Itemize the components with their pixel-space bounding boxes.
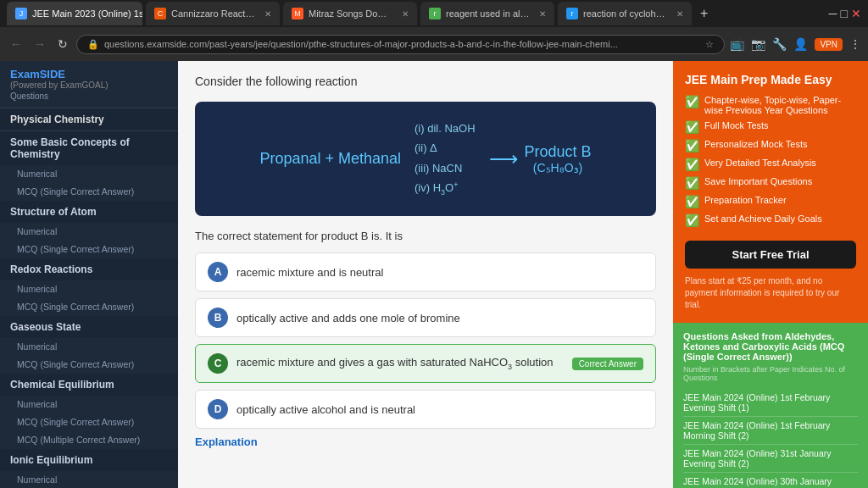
browser-chrome: J JEE Main 2023 (Online) 1st Feb... ✕ C … bbox=[0, 0, 868, 61]
site-header: ExamSIDE (Powered by ExamGOAL) Questions bbox=[0, 61, 178, 108]
option-d-letter: D bbox=[208, 399, 228, 419]
check-icon-3: ✅ bbox=[685, 139, 699, 152]
option-c[interactable]: C racemic mixture and gives a gas with s… bbox=[195, 344, 656, 383]
reaction-arrow: ⟶ bbox=[489, 147, 518, 171]
option-a[interactable]: A racemic mixture and is neutral bbox=[195, 252, 656, 291]
check-icon-1: ✅ bbox=[685, 95, 699, 108]
sidebar-item-atom-numerical[interactable]: Numerical bbox=[0, 223, 178, 241]
minimize-button[interactable]: ─ bbox=[829, 7, 837, 20]
reaction-conditions: (i) dil. NaOH (ii) Δ (iii) NaCN (iv) H3O… bbox=[415, 119, 476, 199]
extension-icon[interactable]: 🔧 bbox=[772, 37, 787, 51]
tab-3[interactable]: M Mitraz Songs Download - Free Onli... ✕ bbox=[283, 2, 417, 25]
option-b-letter: B bbox=[208, 308, 228, 328]
profile-icon[interactable]: 👤 bbox=[793, 37, 808, 51]
sidebar-item-basic-mcq[interactable]: MCQ (Single Correct Answer) bbox=[0, 183, 178, 201]
sidebar-item-chem-eq-mcq[interactable]: MCQ (Single Correct Answer) bbox=[0, 413, 178, 431]
tab-3-close[interactable]: ✕ bbox=[402, 9, 409, 19]
sidebar-item-ionic-numerical[interactable]: Numerical bbox=[0, 471, 178, 488]
question-link-1[interactable]: JEE Main 2024 (Online) 1st February Even… bbox=[683, 389, 858, 417]
prep-item-7: ✅ Set and Achieve Daily Goals bbox=[685, 214, 856, 227]
nav-icons: 📺 📷 🔧 👤 VPN ⋮ bbox=[730, 37, 861, 51]
main-container: ExamSIDE (Powered by ExamGOAL) Questions… bbox=[0, 61, 868, 488]
tab-1-label: JEE Main 2023 (Online) 1st Feb... bbox=[32, 8, 142, 19]
reactants-label: Propanal + Methanal bbox=[259, 150, 401, 168]
screenshot-icon[interactable]: 📷 bbox=[751, 37, 765, 51]
sidebar-item-chem-eq-mcq-multi[interactable]: MCQ (Multiple Correct Answer) bbox=[0, 431, 178, 449]
url-text: questions.examside.com/past-years/jee/qu… bbox=[104, 39, 700, 49]
tab-5-close[interactable]: ✕ bbox=[676, 9, 683, 19]
tab-3-label: Mitraz Songs Download - Free Onli... bbox=[309, 8, 393, 19]
forward-button[interactable]: → bbox=[31, 34, 49, 54]
correct-answer-badge: Correct Answer bbox=[572, 358, 643, 370]
close-window-button[interactable]: ✕ bbox=[851, 7, 861, 20]
option-d[interactable]: D optically active alcohol and is neutra… bbox=[195, 390, 656, 429]
sidebar-category-basic-concepts[interactable]: Some Basic Concepts of Chemistry bbox=[0, 131, 178, 165]
address-bar[interactable]: 🔒 questions.examside.com/past-years/jee/… bbox=[76, 35, 725, 54]
tab-2[interactable]: C Cannizzaro Reaction - Mechanism, I ✕ bbox=[146, 2, 280, 25]
prep-item-1: ✅ Chapter-wise, Topic-wise, Paper-wise P… bbox=[685, 95, 856, 115]
question-link-3[interactable]: JEE Main 2024 (Online) 31st January Even… bbox=[683, 445, 858, 473]
sidebar-item-redox-numerical[interactable]: Numerical bbox=[0, 280, 178, 298]
sidebar-category-gaseous[interactable]: Gaseous State bbox=[0, 316, 178, 338]
option-d-text: optically active alcohol and is neutral bbox=[236, 403, 643, 416]
site-name: ExamSIDE bbox=[10, 68, 168, 80]
tab-4-close[interactable]: ✕ bbox=[539, 9, 546, 19]
tab-4[interactable]: r reagent used in aldol condensation ✕ bbox=[420, 2, 554, 25]
question-link-2[interactable]: JEE Main 2024 (Online) 1st February Morn… bbox=[683, 417, 858, 445]
questions-card: Questions Asked from Aldehydes, Ketones … bbox=[673, 323, 868, 488]
explanation-link[interactable]: Explanation bbox=[195, 435, 656, 448]
vpn-button[interactable]: VPN bbox=[815, 38, 843, 51]
new-tab-button[interactable]: + bbox=[695, 6, 713, 21]
tab-4-label: reagent used in aldol condensation bbox=[446, 8, 531, 19]
option-b[interactable]: B optically active and adds one mole of … bbox=[195, 298, 656, 337]
tab-2-label: Cannizzaro Reaction - Mechanism, I bbox=[171, 8, 256, 19]
tab-2-close[interactable]: ✕ bbox=[264, 9, 271, 19]
start-free-trial-button[interactable]: Start Free Trial bbox=[685, 241, 856, 269]
check-icon-7: ✅ bbox=[685, 214, 699, 227]
question-link-4[interactable]: JEE Main 2024 (Online) 30th January Even… bbox=[683, 473, 858, 488]
sidebar-category-structure-atom[interactable]: Structure of Atom bbox=[0, 201, 178, 223]
prep-item-2: ✅ Full Mock Tests bbox=[685, 120, 856, 134]
sidebar-item-chem-eq-numerical[interactable]: Numerical bbox=[0, 396, 178, 413]
sidebar-category-chemical-equilibrium[interactable]: Chemical Equilibrium bbox=[0, 374, 178, 396]
questions-card-subtitle: Number in Brackets after Paper Indicates… bbox=[683, 365, 858, 382]
cast-icon[interactable]: 📺 bbox=[730, 37, 744, 51]
tab-5-label: reaction of cyclohexanone with Dil h bbox=[583, 8, 668, 19]
prep-item-5: ✅ Save Important Questions bbox=[685, 176, 856, 190]
sidebar-item-gaseous-numerical[interactable]: Numerical bbox=[0, 338, 178, 356]
prep-item-3-text: Personalized Mock Tests bbox=[704, 139, 807, 149]
sidebar-item-gaseous-mcq[interactable]: MCQ (Single Correct Answer) bbox=[0, 356, 178, 374]
check-icon-5: ✅ bbox=[685, 176, 699, 190]
tab-bar: J JEE Main 2023 (Online) 1st Feb... ✕ C … bbox=[0, 0, 868, 27]
site-tagline: (Powered by ExamGOAL) bbox=[10, 80, 168, 90]
product-label: Product B bbox=[525, 143, 592, 161]
sidebar-category-redox[interactable]: Redox Reactions bbox=[0, 258, 178, 280]
check-icon-4: ✅ bbox=[685, 158, 699, 171]
lock-icon: 🔒 bbox=[87, 39, 99, 50]
sidebar-item-redox-mcq[interactable]: MCQ (Single Correct Answer) bbox=[0, 298, 178, 316]
prep-item-1-text: Chapter-wise, Topic-wise, Paper-wise Pre… bbox=[704, 95, 856, 115]
sidebar-item-basic-numerical[interactable]: Numerical bbox=[0, 165, 178, 183]
tab-5[interactable]: r reaction of cyclohexanone with Dil h ✕ bbox=[558, 2, 692, 25]
content-area: Consider the following reaction Propanal… bbox=[178, 61, 673, 488]
condition-4: (iv) H3O+ bbox=[415, 178, 476, 199]
maximize-button[interactable]: □ bbox=[841, 7, 848, 20]
option-b-text: optically active and adds one mole of br… bbox=[236, 312, 643, 324]
prep-item-5-text: Save Important Questions bbox=[704, 176, 812, 186]
star-icon[interactable]: ☆ bbox=[705, 39, 714, 50]
back-button[interactable]: ← bbox=[7, 34, 25, 54]
prep-item-6-text: Preparation Tracker bbox=[704, 195, 787, 205]
option-c-text: racemic mixture and gives a gas with sat… bbox=[236, 356, 564, 371]
prep-item-4: ✅ Very Detailed Test Analysis bbox=[685, 158, 856, 171]
reaction-content: Propanal + Methanal (i) dil. NaOH (ii) Δ… bbox=[259, 119, 591, 199]
question-intro: Consider the following reaction bbox=[195, 75, 656, 88]
sidebar-category-ionic-equilibrium[interactable]: Ionic Equilibrium bbox=[0, 449, 178, 471]
menu-button[interactable]: ⋮ bbox=[849, 37, 861, 51]
tab-1[interactable]: J JEE Main 2023 (Online) 1st Feb... ✕ bbox=[7, 2, 142, 25]
option-c-letter: C bbox=[208, 353, 228, 374]
reload-button[interactable]: ↻ bbox=[54, 34, 71, 54]
sidebar-item-atom-mcq[interactable]: MCQ (Single Correct Answer) bbox=[0, 241, 178, 258]
questions-card-title: Questions Asked from Aldehydes, Ketones … bbox=[683, 331, 858, 362]
sidebar-section-physical-chemistry: Physical Chemistry bbox=[0, 108, 178, 131]
prep-card: JEE Main Prep Made Easy ✅ Chapter-wise, … bbox=[673, 61, 868, 323]
